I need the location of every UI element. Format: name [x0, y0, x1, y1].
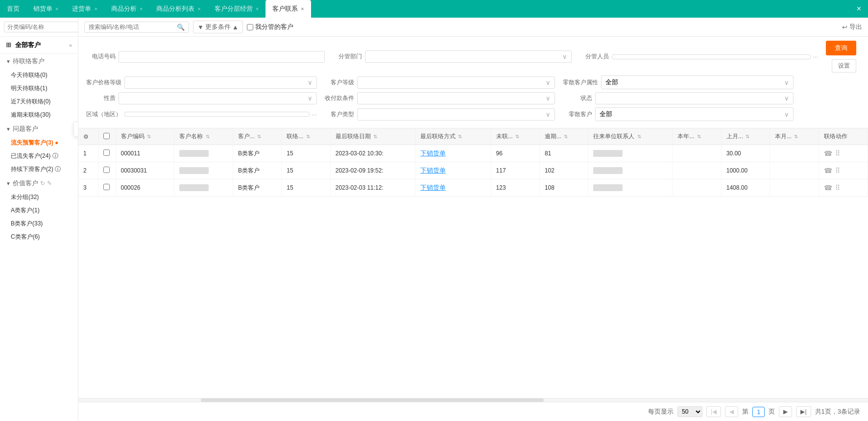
tab-sales-order[interactable]: 销货单 ×: [26, 0, 65, 18]
close-all-tabs[interactable]: ×: [857, 4, 868, 13]
th-last-contact-date[interactable]: 最后联络日期 ⇅: [330, 128, 415, 145]
tab-close-sales-order[interactable]: ×: [55, 6, 58, 12]
th-type[interactable]: 客户... ⇅: [233, 128, 281, 145]
tab-customer-contact[interactable]: 客户联系 ×: [265, 0, 311, 18]
person-select[interactable]: [612, 54, 811, 59]
sidebar-group-pending[interactable]: ▼ 待联络客户: [0, 54, 78, 69]
query-button[interactable]: 查询: [826, 41, 856, 55]
sidebar-item-class-a[interactable]: A类客户(1): [0, 204, 78, 217]
contact-method-link[interactable]: 下销货单: [420, 184, 446, 191]
contact-action-icon[interactable]: ☎: [824, 149, 832, 157]
region-dots-icon[interactable]: ···: [312, 111, 317, 118]
th-overdue[interactable]: 逾期... ⇅: [539, 128, 588, 145]
contact-method-link[interactable]: 下销货单: [420, 149, 446, 157]
th-no-contact[interactable]: 未联... ⇅: [491, 128, 539, 145]
cell-last-method[interactable]: 下销货单: [415, 145, 491, 162]
sidebar-item-churn-warning[interactable]: 流失预警客户(3) ●: [0, 136, 78, 149]
row-checkbox[interactable]: [103, 184, 110, 190]
th-this-year[interactable]: 本年... ⇅: [673, 128, 721, 145]
blurred-person: ████████: [593, 184, 623, 191]
per-page-select[interactable]: 50 100 200: [677, 406, 702, 417]
nature-select[interactable]: ∨: [119, 92, 317, 104]
payment-select[interactable]: ∨: [357, 92, 555, 104]
contact-method-link[interactable]: 下销货单: [420, 167, 446, 174]
tab-product-analysis[interactable]: 商品分析 ×: [104, 0, 149, 18]
row-checkbox[interactable]: [103, 149, 110, 156]
row-checkbox[interactable]: [103, 167, 110, 173]
customer-level-select[interactable]: ∨: [357, 76, 555, 89]
tab-home[interactable]: 首页: [0, 0, 26, 18]
th-name[interactable]: 客户名称 ⇅: [174, 128, 233, 145]
sidebar-item-churned[interactable]: 已流失客户(24) ⓘ: [0, 149, 78, 163]
sidebar-group-value[interactable]: ▼ 价值客户 ↻ ✎: [0, 176, 78, 191]
export-btn[interactable]: ↩ 导出: [842, 23, 862, 31]
main-search-icon[interactable]: 🔍: [177, 24, 185, 31]
sidebar-item-overdue-contact[interactable]: 逾期未联络(30): [0, 108, 78, 122]
sidebar-item-ungrouped[interactable]: 未分组(32): [0, 191, 78, 204]
cell-overdue: 108: [539, 179, 588, 197]
tab-product-analysis-list[interactable]: 商品分析列表 ×: [149, 0, 207, 18]
action-icons: ☎ ⠿: [824, 184, 863, 192]
sidebar-all-customers[interactable]: ⊞ 全部客户 «: [0, 37, 78, 54]
cell-checkbox[interactable]: [98, 145, 116, 162]
region-select[interactable]: [124, 112, 310, 117]
tab-close-product-analysis-list[interactable]: ×: [197, 6, 200, 12]
settings-button[interactable]: 设置: [832, 59, 856, 73]
more-action-icon[interactable]: ⠿: [835, 184, 840, 192]
action-icons: ☎ ⠿: [824, 149, 863, 157]
tab-close-purchase-order[interactable]: ×: [94, 6, 97, 12]
tab-customer-tier[interactable]: 客户分层经营 ×: [208, 0, 265, 18]
th-contact-person[interactable]: 往来单位联系人 ⇅: [588, 128, 673, 145]
th-code[interactable]: 客户编码 ⇅: [116, 128, 174, 145]
person-dots-icon[interactable]: ···: [813, 53, 818, 60]
my-customers-checkbox[interactable]: [247, 24, 253, 30]
th-last-contact-method[interactable]: 最后联络方式 ⇅: [415, 128, 491, 145]
sidebar-item-class-c[interactable]: C类客户(6): [0, 230, 78, 244]
contact-action-icon[interactable]: ☎: [824, 184, 832, 192]
last-page-btn[interactable]: ▶|: [796, 406, 811, 417]
cell-checkbox[interactable]: [98, 179, 116, 197]
contact-action-icon[interactable]: ☎: [824, 167, 832, 174]
edit-icon[interactable]: ✎: [47, 180, 52, 187]
refresh-icon[interactable]: ↻: [40, 180, 45, 187]
more-action-icon[interactable]: ⠿: [835, 149, 840, 157]
scrollbar-thumb[interactable]: [201, 398, 544, 402]
tab-close-customer-tier[interactable]: ×: [256, 6, 259, 12]
select-all-checkbox[interactable]: [103, 133, 110, 139]
price-level-select[interactable]: ∨: [124, 76, 317, 89]
horizontal-scrollbar[interactable]: [78, 398, 868, 402]
th-contact-count[interactable]: 联络... ⇅: [282, 128, 330, 145]
cell-checkbox[interactable]: [98, 162, 116, 179]
sidebar-group-problem[interactable]: ▼ 问题客户 90天未交易的客户，可能有流失风险。: [0, 122, 78, 136]
th-this-month[interactable]: 本月... ⇅: [770, 128, 819, 145]
th-checkbox[interactable]: [98, 128, 116, 145]
zero-customer-select[interactable]: 全部 ∨: [595, 107, 794, 121]
prev-page-btn[interactable]: ◀: [725, 406, 738, 417]
sort-person-icon: ⇅: [637, 134, 641, 139]
my-customers-checkbox-label[interactable]: 我分管的客户: [247, 23, 293, 31]
next-page-btn[interactable]: ▶: [779, 406, 792, 417]
more-conditions-btn[interactable]: ▼ 更多条件 ▲: [193, 21, 243, 33]
th-settings[interactable]: ⚙: [78, 128, 98, 145]
sidebar-item-tomorrow-contact[interactable]: 明天待联络(1): [0, 82, 78, 95]
more-action-icon[interactable]: ⠿: [835, 167, 840, 174]
sidebar-item-7day-contact[interactable]: 近7天待联络(0): [0, 95, 78, 108]
tab-close-product-analysis[interactable]: ×: [140, 6, 143, 12]
customer-type-select[interactable]: ∨: [357, 108, 555, 121]
first-page-btn[interactable]: |◀: [706, 406, 721, 417]
cell-last-method[interactable]: 下销货单: [415, 162, 491, 179]
sidebar-item-declining[interactable]: 持续下滑客户(2) ⓘ: [0, 163, 78, 176]
status-select[interactable]: ∨: [595, 92, 794, 104]
main-search-input[interactable]: [89, 24, 177, 30]
sidebar-item-today-contact[interactable]: 今天待联络(0): [0, 69, 78, 82]
sidebar-search-input[interactable]: [4, 22, 78, 32]
cell-last-method[interactable]: 下销货单: [415, 179, 491, 197]
th-last-month[interactable]: 上月... ⇅: [721, 128, 770, 145]
zero-attr-select[interactable]: 全部 ∨: [601, 75, 794, 89]
cell-last-month: 1408.00: [721, 179, 770, 197]
sidebar-item-class-b[interactable]: B类客户(33): [0, 217, 78, 230]
tab-close-customer-contact[interactable]: ×: [301, 6, 304, 12]
dept-select[interactable]: ∨: [365, 50, 571, 63]
tab-purchase-order[interactable]: 进货单 ×: [65, 0, 104, 18]
phone-input[interactable]: [119, 51, 325, 63]
